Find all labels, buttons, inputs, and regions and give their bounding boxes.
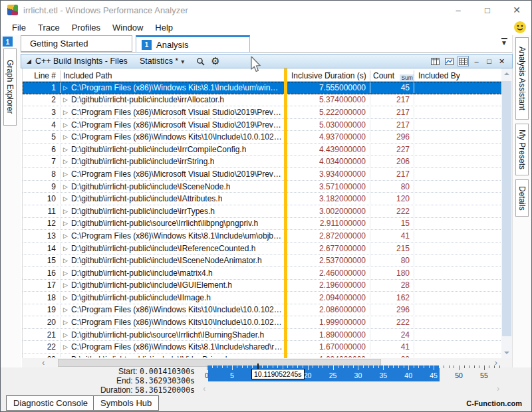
column-header-line[interactable]: Line #	[23, 70, 61, 81]
expander-icon[interactable]: ▷	[63, 282, 68, 288]
table-row[interactable]: 13▷C:\Program Files (x86)\Windows Kits\8…	[23, 230, 502, 243]
diagnostic-console-button[interactable]: Diagnostic Console	[6, 395, 95, 411]
sidebar-tab-details[interactable]: Details	[515, 179, 529, 217]
table-row[interactable]: 19▷C:\Program Files (x86)\Windows Kits\1…	[23, 304, 502, 317]
expander-icon[interactable]: ▷	[63, 356, 68, 358]
column-header-count[interactable]: Count Sum	[370, 70, 414, 81]
expander-icon[interactable]: ▷	[63, 306, 68, 313]
close-button[interactable]: ✕	[502, 1, 531, 19]
menu-help[interactable]: Help	[149, 21, 179, 35]
table-row[interactable]: 7▷D:\github\irrlicht-public\include\irrS…	[23, 156, 502, 169]
timeline-tick	[383, 365, 384, 370]
expander-icon[interactable]: ▷	[63, 208, 68, 215]
chart-view-icon[interactable]	[444, 56, 455, 66]
column-header-included-by[interactable]: Included By	[414, 70, 502, 81]
expander-icon[interactable]: ▷	[63, 122, 68, 128]
symbols-hub-button[interactable]: Symbols Hub	[93, 395, 159, 411]
menu-window[interactable]: Window	[106, 21, 149, 35]
table-row[interactable]: 10▷D:\github\irrlicht-public\include\IAt…	[23, 193, 502, 205]
expander-icon[interactable]: ▷	[63, 171, 68, 177]
preset-caret-icon[interactable]: ▾	[181, 58, 184, 65]
expander-icon[interactable]: ▷	[63, 146, 68, 153]
expander-icon[interactable]: ▷	[63, 220, 68, 227]
expander-icon[interactable]: ▷	[63, 183, 68, 190]
table-row[interactable]: 1▷C:\Program Files (x86)\Windows Kits\8.…	[23, 82, 502, 94]
expander-icon[interactable]: ▷	[63, 319, 68, 326]
vertical-scrollbar[interactable]	[501, 68, 512, 358]
cell-count: 120	[370, 193, 414, 204]
column-marker-bar[interactable]	[284, 68, 287, 358]
table-row[interactable]: 20▷C:\Program Files (x86)\Windows Kits\1…	[23, 316, 502, 329]
expander-icon[interactable]: ▷	[63, 84, 68, 91]
sidebar-tab-my-presets[interactable]: My Presets	[515, 124, 529, 175]
vertical-scroll-thumb[interactable]	[502, 81, 511, 336]
table-row[interactable]: 22▷C:\Program Files (x86)\Windows Kits\8…	[23, 341, 502, 354]
gear-icon[interactable]: ⚙	[211, 56, 219, 66]
panel-restore-icon[interactable]: □	[484, 57, 494, 65]
table-row[interactable]: 11▷D:\github\irrlicht-public\include\irr…	[23, 205, 502, 218]
path-text: D:\github\irrlicht-public\include\matrix…	[71, 268, 213, 278]
table-row[interactable]: 23▷D:\github\irrlicht-public\include\IVi…	[23, 354, 502, 358]
cell-included-path: ▷C:\Program Files (x86)\Windows Kits\10\…	[61, 132, 285, 142]
cell-inclusive-duration: 4.937000000	[289, 132, 370, 142]
table-row[interactable]: 17▷D:\github\irrlicht-public\include\IGU…	[23, 280, 502, 292]
sidebar-tab-analysis-assistant[interactable]: Analysis Assistant	[515, 37, 529, 120]
expander-icon[interactable]: ▷	[63, 332, 68, 338]
scroll-down-icon[interactable]	[504, 352, 509, 354]
feedback-smiley-icon[interactable]	[513, 21, 527, 34]
expander-icon[interactable]: ▷	[63, 134, 68, 140]
panel-close-icon[interactable]: ✕	[497, 57, 507, 66]
search-icon[interactable]	[195, 56, 205, 66]
table-row[interactable]: 9▷D:\github\irrlicht-public\include\ISce…	[23, 181, 502, 193]
expander-icon[interactable]: ▷	[63, 96, 68, 103]
scroll-up-icon[interactable]	[504, 72, 509, 75]
menu-file[interactable]: File	[6, 21, 32, 35]
minimize-button[interactable]: –	[444, 1, 473, 19]
timeline-scroll-right-icon[interactable]: ›	[497, 383, 499, 393]
trace-start: Start: 0.001410300s	[27, 367, 195, 376]
expander-icon[interactable]: ▷	[63, 109, 68, 116]
column-header-inclusive-duration[interactable]: ▼ Inclusive Duration (s) Sum	[289, 70, 370, 81]
table-view-icon[interactable]	[430, 56, 441, 66]
timeline-tick	[343, 365, 344, 368]
collapse-view-icon[interactable]: ◢	[27, 58, 31, 64]
tab-list-dropdown-icon[interactable]: ▼	[501, 38, 507, 46]
table-row[interactable]: 2▷D:\github\irrlicht-public\include\irrA…	[23, 94, 502, 107]
scroll-left-icon[interactable]: ‹	[42, 358, 45, 367]
expander-icon[interactable]: ▷	[63, 294, 68, 301]
table-row[interactable]: 21▷D:\github\irrlicht-public\source\Irrl…	[23, 329, 502, 342]
table-row[interactable]: 12▷D:\github\irrlicht-public\source\Irrl…	[23, 218, 502, 231]
timeline-tick	[313, 365, 313, 368]
table-row[interactable]: 3▷C:\Program Files (x86)\Microsoft Visua…	[23, 106, 502, 119]
cell-included-path: ▷D:\github\irrlicht-public\include\matri…	[61, 268, 285, 278]
preset-selector[interactable]: Statistics *	[140, 56, 178, 66]
expander-icon[interactable]: ▷	[63, 158, 68, 165]
table-row[interactable]: 8▷C:\Program Files (x86)\Microsoft Visua…	[23, 168, 502, 181]
cell-inclusive-duration: 2.460000000	[289, 268, 370, 278]
table-row[interactable]: 5▷C:\Program Files (x86)\Windows Kits\10…	[23, 131, 502, 144]
sidebar-tab-graph-explorer[interactable]: Graph Explorer	[3, 49, 17, 126]
menu-trace[interactable]: Trace	[32, 21, 66, 35]
tab-getting-started[interactable]: Getting Started	[21, 35, 132, 52]
expander-icon[interactable]: ▷	[63, 270, 68, 276]
expander-icon[interactable]: ▷	[63, 233, 68, 239]
tab-analysis[interactable]: 1 Analysis	[136, 35, 250, 52]
maximize-button[interactable]: □	[473, 1, 502, 19]
timeline-scroll-left-icon[interactable]: ‹	[203, 383, 205, 393]
timeline-ruler[interactable]: 10.119052245s ‹ › 0510152025303540455055	[200, 365, 507, 382]
table-row[interactable]: 14▷D:\github\irrlicht-public\include\IRe…	[23, 243, 502, 255]
table-row[interactable]: 18▷D:\github\irrlicht-public\include\IIm…	[23, 292, 502, 304]
panel-minimize-icon[interactable]: –	[471, 57, 481, 65]
table-row[interactable]: 6▷D:\github\irrlicht-public\include\IrrC…	[23, 144, 502, 156]
table-row[interactable]: 15▷D:\github\irrlicht-public\include\ISc…	[23, 255, 502, 267]
cell-included-by	[414, 186, 502, 187]
expander-icon[interactable]: ▷	[63, 257, 68, 264]
expander-icon[interactable]: ▷	[63, 245, 68, 252]
expander-icon[interactable]: ▷	[63, 195, 68, 202]
expander-icon[interactable]: ▷	[63, 344, 68, 350]
menu-profiles[interactable]: Profiles	[66, 21, 106, 35]
cell-line-number: 16	[23, 268, 61, 278]
grid-view-icon[interactable]	[458, 56, 469, 66]
table-row[interactable]: 4▷C:\Program Files (x86)\Microsoft Visua…	[23, 119, 502, 132]
table-row[interactable]: 16▷D:\github\irrlicht-public\include\mat…	[23, 267, 502, 280]
